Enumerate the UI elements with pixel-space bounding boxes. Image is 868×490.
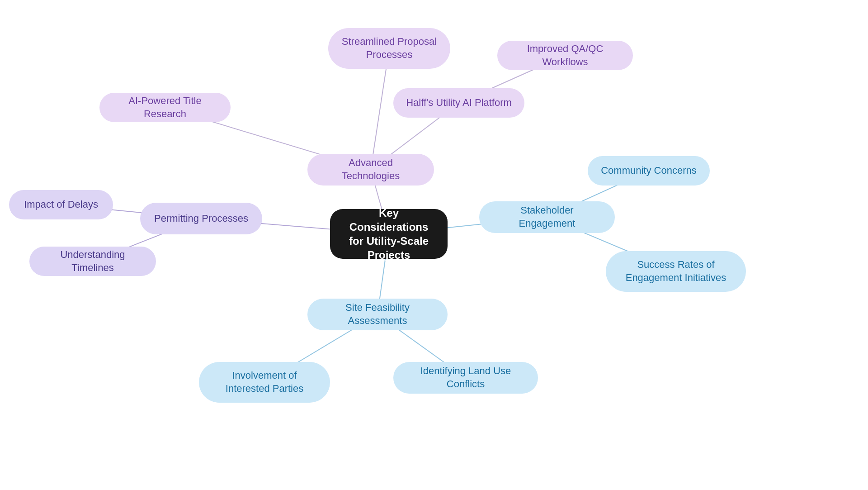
mind-map: Key Considerations for Utility-Scale Pro… <box>0 0 868 490</box>
node-community-concerns: Community Concerns <box>588 156 710 186</box>
node-streamlined-proposal: Streamlined Proposal Processes <box>328 28 450 69</box>
node-understanding-timelines: Understanding Timelines <box>29 247 156 276</box>
node-impact-delays: Impact of Delays <box>9 190 113 219</box>
node-land-use: Identifying Land Use Conflicts <box>393 362 538 394</box>
node-permitting: Permitting Processes <box>140 203 262 234</box>
node-involvement: Involvement of Interested Parties <box>199 362 330 403</box>
node-stakeholder: Stakeholder Engagement <box>479 201 615 233</box>
node-success-rates: Success Rates of Engagement Initiatives <box>606 251 746 292</box>
node-halff-utility: Halff's Utility AI Platform <box>393 88 524 118</box>
node-ai-powered: AI-Powered Title Research <box>99 93 231 122</box>
node-site-feasibility: Site Feasibility Assessments <box>307 299 448 330</box>
node-improved-qa: Improved QA/QC Workflows <box>497 41 633 70</box>
node-advanced-tech: Advanced Technologies <box>307 154 434 186</box>
center-node: Key Considerations for Utility-Scale Pro… <box>330 209 448 259</box>
